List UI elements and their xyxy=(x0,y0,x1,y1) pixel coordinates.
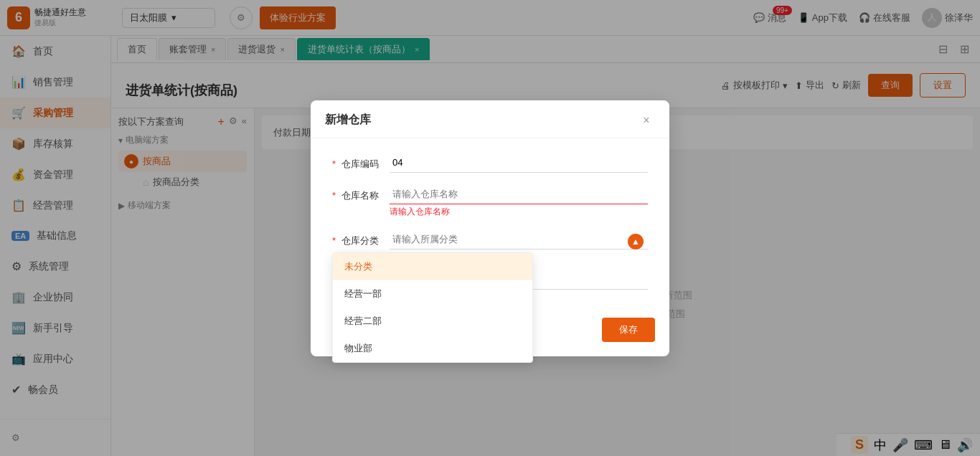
dialog-title: 新增仓库 xyxy=(325,113,371,128)
dropdown-item-dept3[interactable]: 物业部 xyxy=(333,335,532,362)
name-label: * 仓库名称 xyxy=(332,184,390,202)
dialog-header: 新增仓库 × xyxy=(311,100,669,138)
dropdown-item-dept1[interactable]: 经营一部 xyxy=(333,280,532,308)
required-star-code: * xyxy=(332,158,336,169)
save-button[interactable]: 保存 xyxy=(602,318,655,342)
name-error-message: 请输入仓库名称 xyxy=(390,206,648,218)
add-warehouse-dialog: 新增仓库 × * 仓库编码 * 仓库名称 xyxy=(311,100,669,356)
dropdown-item-none[interactable]: 未分类 xyxy=(333,253,532,280)
code-field xyxy=(390,153,648,173)
required-star-name: * xyxy=(332,190,336,201)
name-label-text: 仓库名称 xyxy=(341,190,379,201)
category-label: * 仓库分类 xyxy=(332,229,390,247)
category-dropdown-list: 未分类 经营一部 经营二部 物业部 xyxy=(332,252,533,363)
code-label: * 仓库编码 xyxy=(332,153,390,171)
dropdown-item-dept2[interactable]: 经营二部 xyxy=(333,308,532,335)
dialog-close-button[interactable]: × xyxy=(638,112,655,129)
name-input[interactable] xyxy=(390,184,648,204)
dialog-overlay: 新增仓库 × * 仓库编码 * 仓库名称 xyxy=(0,0,980,456)
category-input[interactable] xyxy=(390,229,648,250)
required-star-category: * xyxy=(332,235,336,246)
name-field: 请输入仓库名称 xyxy=(390,184,648,218)
dialog-body: * 仓库编码 * 仓库名称 请输入仓库名称 xyxy=(311,138,669,318)
form-row-code: * 仓库编码 xyxy=(332,153,648,173)
dropdown-arrow-icon[interactable]: ▲ xyxy=(628,234,644,250)
category-field: ▲ 未分类 经营一部 经营二部 物业部 xyxy=(390,229,648,250)
form-row-category: * 仓库分类 ▲ 未分类 经营一部 经营二部 物业部 xyxy=(332,229,648,250)
code-label-text: 仓库编码 xyxy=(341,158,379,169)
code-input[interactable] xyxy=(390,153,648,173)
form-row-name: * 仓库名称 请输入仓库名称 xyxy=(332,184,648,218)
category-label-text: 仓库分类 xyxy=(341,235,379,246)
